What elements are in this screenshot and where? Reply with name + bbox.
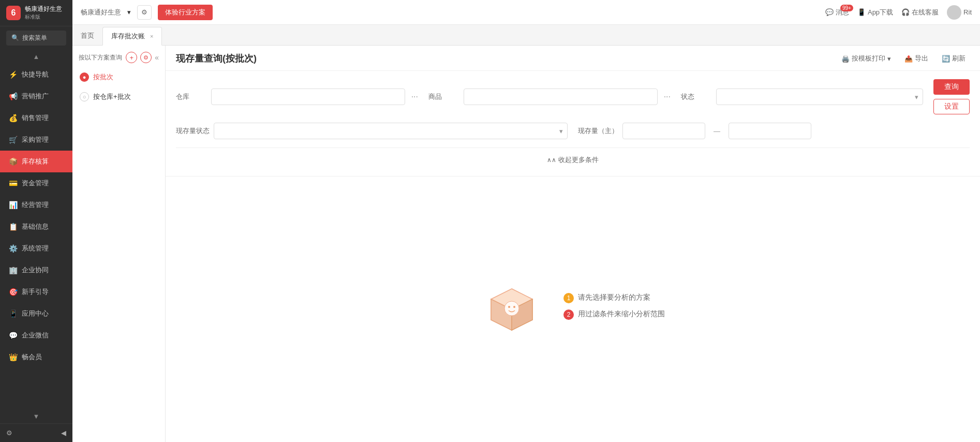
export-button[interactable]: 📤 导出 [900, 52, 932, 65]
sidebar-item-system[interactable]: ⚙️ 系统管理 [0, 238, 72, 259]
sidebar-item-operations[interactable]: 📊 经营管理 [0, 194, 72, 216]
print-icon: 🖨️ [841, 55, 850, 63]
phone-icon: 📱 [857, 8, 866, 16]
page-header: 现存量查询(按批次) 🖨️ 按模板打印 ▾ 📤 导出 🔄 [166, 46, 980, 71]
collapse-arrows-icon: ∧∧ [547, 156, 556, 164]
left-panel: 按以下方案查询 + ⚙ « [72, 46, 166, 442]
sidebar-scroll-down[interactable]: ▼ [0, 410, 72, 422]
filter-row-1: 仓库 ··· 商品 ··· 状态 [176, 79, 970, 114]
sidebar-nav: ⚡ 快捷导航 📢 营销推广 💰 销售管理 🛒 采购管理 📦 库存核算 💳 [0, 64, 72, 409]
sidebar-item-wechat[interactable]: 💬 企业微信 [0, 325, 72, 346]
main-area: 畅康通好生意 ▾ ⚙ 体验行业方案 💬 消息 99+ 📱 App下载 [72, 0, 980, 442]
tab-inventory-batch[interactable]: 库存批次账 × [102, 27, 162, 46]
refresh-label: 刷新 [952, 54, 966, 63]
svg-point-6 [513, 306, 515, 308]
left-panel-header: 按以下方案查询 + ⚙ « [72, 46, 165, 67]
empty-tips: 1 请先选择要分析的方案 2 用过滤条件来缩小分析范围 [563, 293, 665, 326]
sidebar-item-sales[interactable]: 💰 销售管理 [0, 107, 72, 129]
print-template-button[interactable]: 🖨️ 按模板打印 ▾ [837, 52, 895, 65]
sidebar-item-enterprise[interactable]: 🏢 企业协同 [0, 259, 72, 281]
scheme-item-by-warehouse-batch[interactable]: ○ 按仓库+批次 [72, 87, 165, 107]
sidebar-footer: ⚙ ◀ [0, 423, 72, 442]
app-download-button[interactable]: 📱 App下载 [857, 8, 893, 17]
settings-icon: ⚙ [143, 54, 149, 61]
headset-icon: 🎧 [901, 8, 910, 16]
sidebar-item-basics[interactable]: 📋 基础信息 [0, 216, 72, 238]
user-avatar [947, 5, 961, 20]
query-button[interactable]: 查询 [933, 79, 970, 95]
left-panel-title: 按以下方案查询 [79, 53, 122, 62]
user-avatar-button[interactable]: Rit [947, 5, 972, 20]
sidebar-item-purchase[interactable]: 🛒 采购管理 [0, 129, 72, 151]
product-more-dots[interactable]: ··· [664, 92, 671, 101]
tab-home[interactable]: 首页 [72, 26, 102, 45]
sidebar-item-marketing[interactable]: 📢 营销推广 [0, 85, 72, 107]
tip-text-2: 用过滤条件来缩小分析范围 [578, 310, 665, 319]
sidebar-item-label: 基础信息 [22, 222, 49, 231]
sidebar-item-label: 快捷导航 [22, 70, 49, 79]
messages-button[interactable]: 💬 消息 99+ [825, 8, 849, 17]
collapse-panel-button[interactable]: « [155, 53, 159, 62]
settings-scheme-button[interactable]: ⚙ [140, 52, 152, 63]
online-service-label: 在线客服 [912, 8, 939, 17]
inventory-qty-max-input[interactable] [729, 123, 811, 139]
inventory-qty-min-input[interactable] [622, 123, 705, 139]
search-menu-button[interactable]: 🔍 搜索菜单 [6, 31, 66, 46]
topbar-gear-button[interactable]: ⚙ [137, 5, 152, 20]
sidebar-item-label: 企业协同 [22, 266, 49, 275]
empty-tip-2: 2 用过滤条件来缩小分析范围 [563, 310, 665, 320]
empty-tip-1: 1 请先选择要分析的方案 [563, 293, 665, 303]
left-panel-items: ● 按批次 ○ 按仓库+批次 [72, 67, 165, 442]
page-header-actions: 🖨️ 按模板打印 ▾ 📤 导出 🔄 刷新 [837, 52, 970, 65]
sidebar-scroll-up[interactable]: ▲ [0, 51, 72, 63]
status-filter-select[interactable]: ▾ [716, 89, 923, 105]
print-dropdown-icon: ▾ [887, 55, 891, 63]
basics-icon: 📋 [8, 222, 18, 231]
sidebar-item-newbie[interactable]: 🎯 新手引导 [0, 281, 72, 303]
tab-close-icon[interactable]: × [150, 33, 153, 39]
tab-inventory-batch-label: 库存批次账 [111, 32, 145, 41]
product-filter-group: 商品 ··· [428, 89, 671, 105]
online-service-button[interactable]: 🎧 在线客服 [901, 8, 939, 17]
sidebar-item-label: 畅会员 [22, 352, 42, 362]
product-filter-input[interactable] [464, 89, 658, 105]
sidebar-settings-button[interactable]: ⚙ [6, 429, 12, 437]
status-filter-label: 状态 [681, 92, 712, 101]
topbar-dropdown[interactable]: ▾ [127, 8, 131, 16]
wechat-icon: 💬 [8, 331, 18, 340]
refresh-button[interactable]: 🔄 刷新 [938, 52, 970, 65]
filter-area: 仓库 ··· 商品 ··· 状态 [166, 71, 980, 176]
scheme-item-label: 按仓库+批次 [93, 92, 131, 101]
settings-button[interactable]: 设置 [933, 99, 970, 114]
left-panel-actions: + ⚙ [126, 52, 152, 63]
inventory-status-arrow: ▾ [559, 127, 563, 135]
sidebar-search-area: 🔍 搜索菜单 [0, 26, 72, 50]
export-icon: 📤 [904, 55, 913, 63]
empty-state-icon [481, 278, 543, 341]
warehouse-filter-input[interactable] [211, 89, 405, 105]
sidebar-item-quick-nav[interactable]: ⚡ 快捷导航 [0, 64, 72, 85]
inventory-qty-filter-group: 现存量（主） — [578, 123, 970, 139]
operations-icon: 📊 [8, 200, 18, 210]
sidebar-collapse-button[interactable]: ◀ [61, 429, 66, 437]
inventory-status-label: 现存量状态 [176, 126, 210, 136]
sidebar-item-inventory[interactable]: 📦 库存核算 [0, 151, 72, 172]
dropdown-arrow-icon: ▾ [127, 8, 131, 16]
inventory-status-select[interactable]: ▾ [214, 123, 568, 139]
warehouse-more-dots[interactable]: ··· [411, 92, 418, 101]
sidebar-item-app-center[interactable]: 📱 应用中心 [0, 303, 72, 325]
plus-icon: + [129, 54, 133, 62]
scheme-item-by-batch[interactable]: ● 按批次 [72, 67, 165, 87]
scheme-active-icon: ● [80, 72, 89, 82]
search-icon: 🔍 [11, 34, 19, 41]
filter-row-2: 现存量状态 ▾ 现存量（主） — [176, 123, 970, 139]
add-scheme-button[interactable]: + [126, 52, 137, 63]
experience-industry-button[interactable]: 体验行业方案 [158, 5, 213, 20]
sidebar-item-label: 营销推广 [22, 92, 49, 101]
newbie-icon: 🎯 [8, 287, 18, 297]
collapse-more-conditions-button[interactable]: ∧∧ 收起更多条件 [176, 152, 970, 168]
sidebar-item-member[interactable]: 👑 畅会员 [0, 346, 72, 368]
svg-point-4 [504, 301, 519, 316]
tabs-bar: 首页 库存批次账 × [72, 25, 980, 46]
sidebar-item-finance[interactable]: 💳 资金管理 [0, 172, 72, 194]
